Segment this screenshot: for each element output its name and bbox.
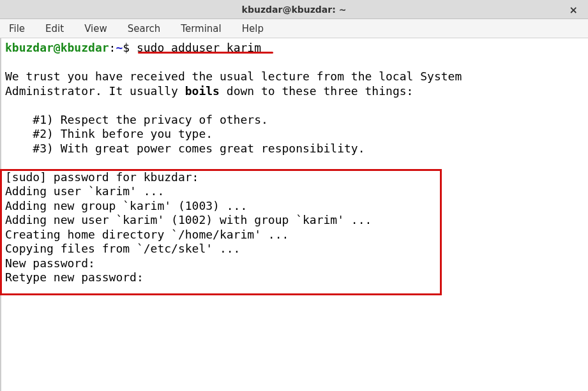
menu-terminal[interactable]: Terminal [178, 22, 223, 36]
prompt-path: ~ [116, 41, 123, 54]
output-line6: Copying files from `/etc/skel' ... [5, 242, 240, 255]
menu-search[interactable]: Search [125, 22, 163, 36]
output-line3: Adding new group `karim' (1003) ... [5, 199, 247, 212]
close-icon[interactable]: × [566, 3, 582, 15]
menu-help[interactable]: Help [239, 22, 266, 36]
output-line8: Retype new password: [5, 270, 144, 284]
command-underline-annotation [138, 52, 273, 54]
output-line5: Creating home directory `/home/karim' ..… [5, 228, 289, 241]
output-line4: Adding new user `karim' (1002) with grou… [5, 213, 372, 226]
lecture-rule1: #1) Respect the privacy of others. [5, 113, 268, 126]
lecture-line2b: boils [185, 84, 220, 98]
menu-view[interactable]: View [82, 22, 110, 36]
lecture-line2c: down to these three things: [220, 84, 413, 98]
terminal-window: kbuzdar@kbuzdar: ~ × File Edit View Sear… [0, 0, 588, 391]
titlebar: kbuzdar@kbuzdar: ~ × [0, 0, 588, 19]
lecture-rule3: #3) With great power comes great respons… [5, 142, 365, 155]
output-line7: New password: [5, 256, 95, 270]
menu-edit[interactable]: Edit [43, 22, 66, 36]
prompt-colon: : [109, 41, 116, 54]
terminal-output[interactable]: kbuzdar@kbuzdar:~$ sudo adduser karim We… [0, 38, 588, 391]
menubar: File Edit View Search Terminal Help [0, 19, 588, 38]
output-line1: [sudo] password for kbuzdar: [5, 170, 199, 184]
prompt-user-host: kbuzdar@kbuzdar [5, 41, 109, 54]
lecture-rule2: #2) Think before you type. [5, 127, 213, 140]
window-title: kbuzdar@kbuzdar: ~ [0, 4, 588, 15]
lecture-line2a: Administrator. It usually [5, 84, 185, 98]
prompt-symbol: $ [123, 41, 137, 54]
menu-file[interactable]: File [6, 22, 27, 36]
lecture-line1: We trust you have received the usual lec… [5, 70, 462, 83]
output-line2: Adding user `karim' ... [5, 184, 164, 198]
